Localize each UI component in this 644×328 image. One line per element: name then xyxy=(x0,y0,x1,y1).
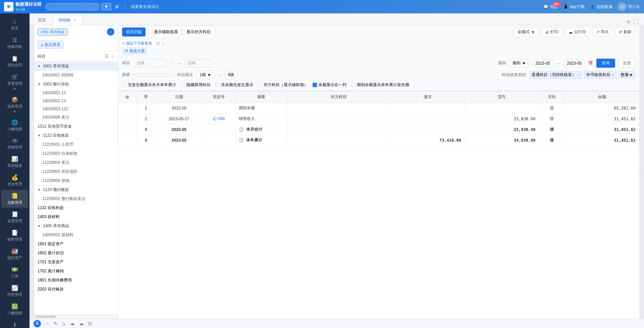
message-btn[interactable]: 💬 消息 99+ xyxy=(543,4,558,10)
app-download-btn[interactable]: 📱 App下载 xyxy=(563,4,585,10)
option-hide-disabled[interactable]: 隐藏禁用科目 xyxy=(181,82,211,88)
print-btn[interactable]: 🖨 打印 xyxy=(541,27,562,37)
translate-btn[interactable]: 英 xyxy=(34,320,41,327)
bottom-cloud1-icon[interactable]: ☁ xyxy=(70,321,74,326)
option-no-balance[interactable]: 无发生额显示本月本年累计 xyxy=(122,82,176,88)
sidebar-item-inventory[interactable]: 📊 库存核算 xyxy=(1,153,28,171)
sidebar-item-report[interactable]: 💹 小畅报销 xyxy=(1,301,28,318)
sidebar-item-quicknav[interactable]: ☰ 快捷导航 xyxy=(1,34,28,52)
refresh-btn[interactable]: ↺ 刷新 xyxy=(615,27,635,37)
query-refresh-icon[interactable]: ↺ xyxy=(156,41,160,46)
scheme-system-tag[interactable]: ↺ 系统方案 xyxy=(122,47,148,55)
sidebar-item-finance[interactable]: 💰 资金管理 xyxy=(1,172,28,189)
sidebar-item-invoice[interactable]: 🧾 发票管理 xyxy=(1,208,28,226)
account-item-10020003[interactable]: 10020003 122 xyxy=(34,105,118,113)
sidebar-item-tax[interactable]: 📑 税务管理 xyxy=(1,227,28,245)
setting-button[interactable]: 设置 xyxy=(619,58,635,68)
account-item-10020001[interactable]: 10020001 12 xyxy=(34,89,118,97)
cloud-print-btn[interactable]: ☁ 云打印 xyxy=(565,27,590,37)
period-end[interactable]: 2023-05 xyxy=(564,60,585,67)
option-balance-row[interactable]: ✓ 余额显示在一列 xyxy=(313,82,346,88)
bottom-arrow-icon[interactable]: → xyxy=(45,321,49,326)
right-panel-collapse[interactable]: › xyxy=(639,25,644,319)
account-item-10020002[interactable]: 10020002 23 xyxy=(34,97,118,105)
user-profile-btn[interactable]: U 用户名 xyxy=(618,2,640,11)
account-item-11220006[interactable]: 11220006 游戏 xyxy=(34,176,118,185)
subject-end-input[interactable]: 选择... xyxy=(184,59,211,67)
tab-ledger-detail[interactable]: 明细账 × xyxy=(53,15,82,25)
account-item-10020006[interactable]: 10020006 美元 xyxy=(34,113,118,122)
account-item-11220002[interactable]: 11220002 往来标签 xyxy=(34,149,118,158)
subject-input[interactable]: 选择... xyxy=(133,59,167,67)
online-service-btn[interactable]: 👤 在线客服 xyxy=(590,4,612,10)
search-dropdown[interactable]: ▼ xyxy=(101,3,111,10)
row-voucher[interactable]: 记-006 xyxy=(203,114,235,124)
period-start[interactable]: 2023-05 xyxy=(532,60,553,67)
more-expand-btn[interactable]: ∧ 收起更多 xyxy=(38,41,64,49)
account-item-1702[interactable]: 1702 累计摊销 xyxy=(34,267,118,276)
left-panel-collapse[interactable]: ‹ xyxy=(30,25,34,319)
account-item-1123[interactable]: ▼ 1123 预付账款 xyxy=(34,185,118,194)
level-start-select[interactable]: 1级 ▼ xyxy=(197,71,214,79)
tree-list-icon[interactable]: ☰ xyxy=(104,53,109,59)
show-opposite-check[interactable]: 显示对方科目 xyxy=(181,29,211,35)
account-item-1701[interactable]: 1701 无形资产 xyxy=(34,258,118,267)
account-item-10010001[interactable]: 10010001 同同同 xyxy=(34,71,118,80)
account-item-14050001[interactable]: 14050001 原材料 xyxy=(34,231,118,240)
summary-input[interactable] xyxy=(133,74,174,76)
sidebar-item-wholesale[interactable]: 📦 批发管理 ▼ xyxy=(1,94,28,116)
option-no-balance2[interactable]: 无余额无发生显示 xyxy=(215,82,253,88)
sidebar-item-business[interactable]: 📈 经营管理 xyxy=(1,282,28,300)
account-item-1001[interactable]: ▼ 1001 库存现金 xyxy=(34,62,118,71)
account-item-1012[interactable]: 1012 其他货币资金 xyxy=(34,122,118,131)
tree-expand-icon[interactable]: ↕ xyxy=(111,53,114,59)
account-item-11220001[interactable]: 11220001 人民币 xyxy=(34,140,118,149)
sidebar-item-salary[interactable]: 💵 工资 xyxy=(1,264,28,281)
level-end-select[interactable]: 6级 xyxy=(225,71,237,79)
tab-bar-expand-icon[interactable]: ⛶ xyxy=(633,19,639,25)
bottom-edit-icon[interactable]: ✎ xyxy=(54,321,57,326)
tab-close-icon[interactable]: × xyxy=(74,18,76,22)
bottom-triangle-icon[interactable]: △ xyxy=(62,321,65,326)
period-calendar-icon[interactable]: 📅 xyxy=(588,61,593,66)
back-old-version-btn[interactable]: 退回旧版 xyxy=(122,27,146,37)
option-period-balance[interactable]: 期初余额显示本年累计发生额 xyxy=(351,82,409,88)
category-tag-foreign-close[interactable]: × xyxy=(612,73,614,77)
sidebar-item-purchase[interactable]: 🛍 采购管理 xyxy=(1,135,28,152)
search-input[interactable] xyxy=(46,3,99,10)
collapse-icon[interactable]: ∧ 按以下方案查询 xyxy=(122,41,152,46)
col-settings[interactable]: ⚙ xyxy=(118,91,137,103)
account-item-1601[interactable]: 1601 固定资产 xyxy=(34,240,118,249)
export-btn[interactable]: ↗ 导出 xyxy=(592,27,612,37)
query-button[interactable]: 查询 xyxy=(596,59,615,68)
sidebar-item-retail[interactable]: 🛒 零售管理 ▼ xyxy=(1,71,28,93)
settings-icon[interactable]: ⚙ xyxy=(115,4,119,9)
sidebar-item-home[interactable]: ⌂ 首页 xyxy=(1,16,28,34)
query-collapse-toggle[interactable]: ‹ xyxy=(162,41,164,46)
sidebar-item-project[interactable]: 📋 项目合同 xyxy=(1,53,28,70)
account-item-1122[interactable]: ▼ 1122 应收账款 xyxy=(34,131,118,140)
account-nav-next[interactable]: › xyxy=(107,28,114,36)
account-item-11220004[interactable]: 11220004 美元 xyxy=(34,158,118,167)
tree-scrollbar[interactable] xyxy=(34,314,118,319)
bottom-grid-icon[interactable]: ⊡ xyxy=(88,321,92,326)
account-item-1602[interactable]: 1602 累计折旧 xyxy=(34,249,118,258)
tab-home[interactable]: 首页 xyxy=(32,15,52,25)
account-item-1801[interactable]: 1801 长期待摊费用 xyxy=(34,276,118,285)
demo-link[interactable]: 我要看实例演示 xyxy=(131,4,159,10)
sidebar-item-ledger[interactable]: 📒 总账管理 xyxy=(1,190,28,208)
sidebar-item-ecommerce[interactable]: 🌐 小畅电商 xyxy=(1,117,28,134)
account-item-1403[interactable]: 1403 原材料 xyxy=(34,212,118,221)
show-auxiliary-check[interactable]: 显示辅助核算 xyxy=(148,29,178,35)
bottom-cloud2-icon[interactable]: ☁ xyxy=(79,321,84,326)
account-item-1002[interactable]: ▼ 1002 银行存款 xyxy=(34,80,118,89)
sidebar-item-basic[interactable]: ℹ 基础信息 xyxy=(1,319,28,328)
period-type-select[interactable]: 期间 ▼ xyxy=(509,59,529,67)
category-tag-normal-close[interactable]: × xyxy=(577,73,580,77)
account-item-11220005[interactable]: 11220005 所在地区 xyxy=(34,167,118,176)
option-opposite[interactable]: 对方科目（显示辅助项） xyxy=(258,82,308,88)
account-item-1132[interactable]: 1132 应收利息 xyxy=(34,203,118,212)
amount-style-btn[interactable]: 金额式 ▼ xyxy=(514,27,539,37)
tab-bar-close-icon[interactable]: ✕ xyxy=(626,19,631,25)
account-item-2202[interactable]: 2202 应付账款 xyxy=(34,285,118,294)
